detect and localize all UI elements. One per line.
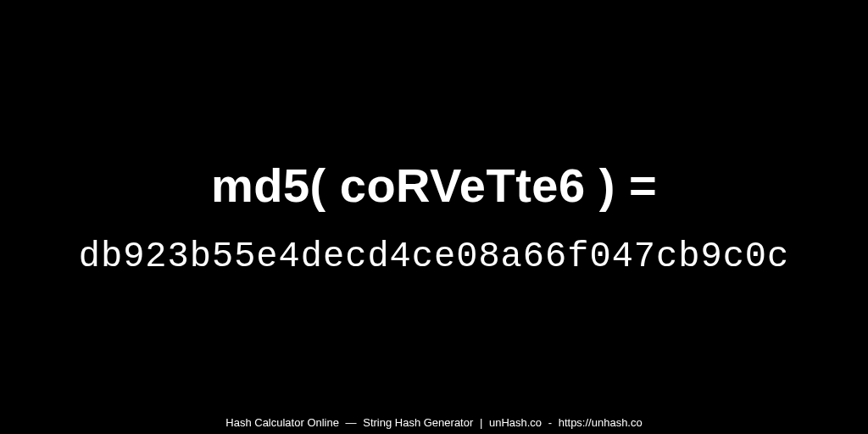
footer-brand: unHash.co (489, 416, 542, 429)
hash-function-suffix: ) = (586, 159, 657, 212)
footer-title: Hash Calculator Online (225, 416, 339, 429)
hash-function-prefix: md5( (211, 159, 340, 212)
footer-url: https://unhash.co (559, 416, 643, 429)
footer-bar: Hash Calculator Online — String Hash Gen… (0, 411, 868, 434)
footer-separator: — (346, 416, 357, 429)
hash-expression: md5( coRVeTte6 ) = (211, 158, 657, 213)
footer-separator: | (480, 416, 482, 429)
hash-output-value: db923b55e4decd4ce08a66f047cb9c0c (79, 236, 790, 277)
hash-display-container: md5( coRVeTte6 ) = db923b55e4decd4ce08a6… (79, 0, 790, 434)
footer-subtitle: String Hash Generator (363, 416, 473, 429)
footer-separator: - (548, 416, 552, 429)
hash-input-string: coRVeTte6 (340, 159, 586, 212)
